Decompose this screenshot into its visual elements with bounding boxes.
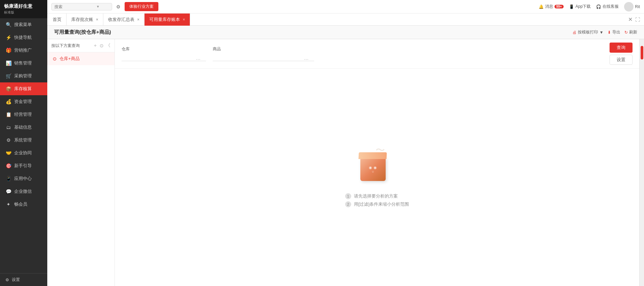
sidebar-item-member[interactable]: ✦畅会员 [0,198,47,211]
sidebar-icon-appstore: 📱 [5,176,11,181]
export-label: 导出 [612,29,620,35]
print-chevron-icon: ▼ [599,30,603,35]
sidebar-item-wechat[interactable]: 💬企业微信 [0,185,47,198]
sidebar-icon-finance: 💰 [5,99,11,104]
sidebar-label-search: 搜索菜单 [14,22,32,28]
hint-text-2: 用[过滤]条件来缩小分析范围 [354,201,409,207]
topbar-search-input[interactable] [54,4,95,9]
tab-batch-close[interactable]: × [96,17,98,22]
sidebar-label-member: 畅会员 [14,201,27,207]
filter-collapse-button[interactable]: 《 [106,43,110,49]
filter-item-label: 仓库+商品 [59,56,80,62]
sidebar-label-base: 基础信息 [14,124,32,130]
sidebar-item-search[interactable]: 🔍搜索菜单 [0,18,47,31]
sidebar-item-inventory[interactable]: 📦库存核算 [0,82,47,95]
online-service-button[interactable]: 🎧 在线客服 [596,4,619,9]
goods-more-button[interactable]: … [304,55,309,61]
expand-tabs-button[interactable]: ⛶ [635,17,640,22]
refresh-label: 刷新 [629,29,637,35]
tabs-bar: 首页 库存批次账 × 收发存汇总表 × 可用量库存账本 × ✕ ⛶ [47,14,644,26]
right-scrollbar[interactable] [639,39,644,286]
filter-sidebar: 按以下方案查询 ＋ ⊙ 《 ⊙ 仓库+商品 [47,39,115,286]
settings-icon: ⚙ [5,278,9,282]
sidebar-label-purchase: 采购管理 [14,73,32,79]
sidebar-icon-inventory: 📦 [5,86,11,92]
sidebar-bottom-settings[interactable]: ⚙ 设置 [0,273,47,286]
warehouse-input[interactable] [122,53,196,61]
tab-summary-close[interactable]: × [137,17,139,22]
sidebar-item-finance[interactable]: 💰资金管理 [0,95,47,108]
sidebar-item-marketing[interactable]: 🎁营销推广 [0,44,47,57]
online-service-label: 在线客服 [602,4,619,9]
industry-solution-button[interactable]: 体验行业方案 [125,2,158,11]
goods-input[interactable] [213,53,304,61]
page-header: 可用量查询(按仓库+商品) 🖨 按模板打印 ▼ ⬇ 导出 ↻ 刷新 [47,26,644,39]
sidebar-icon-sales: 📊 [5,60,11,66]
sidebar-item-purchase[interactable]: 🛒采购管理 [0,70,47,82]
user-avatar-area[interactable]: Rit [624,2,640,11]
sidebar-label-sales: 销售管理 [14,60,32,66]
main-content: ▼ ⚙ 体验行业方案 🔔 消息 99+ 📱 App下载 🎧 在线客服 Rit [47,0,644,286]
sidebar-label-system: 系统管理 [14,137,32,143]
tab-available[interactable]: 可用量库存账本 × [145,14,190,26]
query-area: 仓库 … 商品 … 查询 设置 [115,39,639,286]
tab-home[interactable]: 首页 [50,14,67,26]
empty-state: 〜 ◉ ◉ ∪ [115,69,639,286]
page-actions: 🖨 按模板打印 ▼ ⬇ 导出 ↻ 刷新 [572,29,637,35]
warehouse-label: 仓库 [122,46,206,52]
topbar-search-wrap[interactable]: ▼ [51,3,112,10]
sidebar-icon-shortcut: ⚡ [5,35,11,40]
sidebar-bottom-label: 设置 [12,277,20,283]
filter-add-button[interactable]: ＋ [93,43,98,49]
warehouse-more-button[interactable]: … [196,55,201,61]
print-icon: 🖨 [572,30,576,35]
print-button[interactable]: 🖨 按模板打印 ▼ [572,29,603,35]
tab-batch[interactable]: 库存批次账 × [67,14,103,26]
phone-icon: 📱 [569,4,574,9]
sidebar-item-sales[interactable]: 📊销售管理 [0,57,47,70]
home-label: 首页 [53,17,61,23]
tab-summary[interactable]: 收发存汇总表 × [103,14,145,26]
topbar-right: 🔔 消息 99+ 📱 App下载 🎧 在线客服 Rit [539,2,640,11]
refresh-button[interactable]: ↻ 刷新 [624,29,637,35]
sidebar-item-enterprise[interactable]: 🤝企业协同 [0,147,47,159]
sidebar-item-system[interactable]: ⚙系统管理 [0,134,47,147]
query-settings-button[interactable]: 设置 [610,55,633,65]
brand-sub: 标准版 [4,10,43,15]
box-lid [358,152,387,159]
tab-available-close[interactable]: × [183,17,185,22]
sidebar-icon-purchase: 🛒 [5,73,11,79]
hint-num-2: 2 [345,201,351,207]
sidebar-item-operation[interactable]: 📋经营管理 [0,108,47,121]
sidebar-label-inventory: 库存核算 [14,86,32,92]
filter-title: 按以下方案查询 [51,43,91,49]
sidebar-item-appstore[interactable]: 📱应用中心 [0,172,47,185]
query-button[interactable]: 查询 [610,43,633,53]
messages-button[interactable]: 🔔 消息 99+ [539,4,564,9]
app-download-button[interactable]: 📱 App下载 [569,4,591,9]
export-button[interactable]: ⬇ 导出 [608,29,620,35]
sidebar-label-shortcut: 快捷导航 [14,34,32,41]
sidebar-item-base[interactable]: 🗂基础信息 [0,121,47,134]
sidebar-item-shortcut[interactable]: ⚡快捷导航 [0,31,47,44]
empty-illustration: 〜 ◉ ◉ ∪ [357,147,397,188]
export-icon: ⬇ [608,30,611,35]
close-all-tabs-button[interactable]: ✕ [628,16,633,23]
tab-batch-label: 库存批次账 [71,17,93,23]
filter-settings-button[interactable]: ⊙ [100,43,104,48]
filter-item-warehouse-goods[interactable]: ⊙ 仓库+商品 [47,52,114,65]
sidebar-icon-marketing: 🎁 [5,48,11,53]
tab-summary-label: 收发存汇总表 [108,17,134,23]
search-chevron-icon[interactable]: ▼ [96,5,100,8]
sidebar-item-newbie[interactable]: 🎯新手引导 [0,159,47,172]
sidebar-icon-system: ⚙ [5,137,11,143]
filter-item-icon: ⊙ [53,56,57,61]
sidebar-icon-operation: 📋 [5,112,11,117]
messages-label: 消息 [545,4,553,9]
topbar-gear-icon[interactable]: ⚙ [115,3,122,11]
query-action-buttons: 查询 设置 [610,43,633,65]
sidebar-label-finance: 资金管理 [14,99,32,105]
content-area: 按以下方案查询 ＋ ⊙ 《 ⊙ 仓库+商品 仓库 … [47,39,644,286]
empty-hints: 1 请先选择要分析的方案 2 用[过滤]条件来缩小分析范围 [345,193,409,207]
hint-text-1: 请先选择要分析的方案 [354,193,398,199]
